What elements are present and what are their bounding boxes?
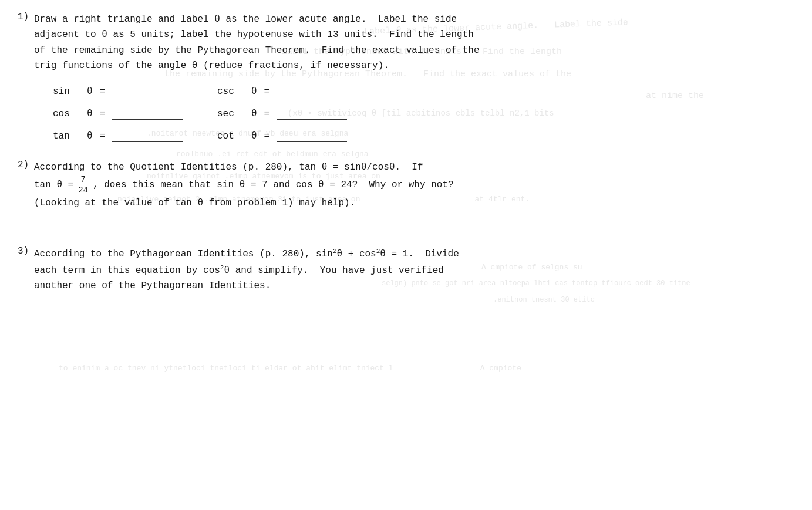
problem-2-number: 2) [18, 160, 34, 170]
csc-theta: θ [251, 86, 257, 97]
cos-row: cos θ = [53, 108, 217, 120]
problem-2-header: 2) According to the Quotient Identities … [18, 160, 794, 211]
problem-1-number: 1) [18, 12, 34, 22]
problem-3-line-3: another one of the Pythagorean Identitie… [34, 278, 794, 293]
tan-label: tan [53, 131, 83, 141]
problem-1-text: Draw a right triangle and label θ as the… [34, 12, 794, 74]
p2-tan-theta: tan θ = [34, 177, 73, 192]
problem-1-header: 1) Draw a right triangle and label θ as … [18, 12, 794, 74]
p2-question: , does this mean that sin θ = 7 and cos … [93, 177, 454, 192]
problem-1-line-1: Draw a right triangle and label θ as the… [34, 12, 794, 27]
sec-theta: θ [251, 109, 257, 119]
csc-answer-line [277, 86, 347, 97]
csc-row: csc θ = [217, 86, 382, 97]
sin-answer-line [112, 86, 183, 97]
cot-equals: = [264, 131, 270, 141]
sin-row: sin θ = [53, 86, 217, 97]
problem-2-line-1: According to the Quotient Identities (p.… [34, 160, 794, 175]
fraction-numerator: 7 [79, 175, 86, 185]
sin-equals: = [100, 86, 106, 97]
csc-equals: = [264, 86, 270, 97]
csc-label: csc [217, 86, 248, 97]
problem-2-line-2: tan θ = 7 24 , does this mean that sin θ… [34, 175, 794, 195]
sec-row: sec θ = [217, 108, 382, 120]
fraction-denominator: 24 [77, 185, 89, 195]
problem-1-line-4: trig functions of the angle θ (reduce fr… [34, 58, 794, 73]
sec-answer-line [277, 108, 347, 120]
cos-theta: θ [87, 109, 93, 119]
tan-equals: = [100, 131, 106, 141]
tan-theta: θ [87, 131, 93, 141]
problem-3: 3) According to the Pythagorean Identiti… [18, 246, 794, 294]
cot-row: cot θ = [217, 130, 382, 142]
sec-equals: = [264, 109, 270, 119]
sin-label: sin [53, 86, 83, 97]
cot-theta: θ [251, 131, 257, 141]
problem-2-line-3: (Looking at the value of tan θ from prob… [34, 195, 794, 211]
cos-label: cos [53, 109, 83, 119]
trig-functions-table: sin θ = csc θ = cos θ = sec θ = [53, 86, 794, 142]
problem-3-header: 3) According to the Pythagorean Identiti… [18, 246, 794, 294]
main-content: 1) Draw a right triangle and label θ as … [18, 12, 794, 294]
cot-label: cot [217, 131, 248, 141]
problem-1-line-3: of the remaining side by the Pythagorean… [34, 43, 794, 58]
cot-answer-line [277, 130, 347, 142]
fraction-7-24: 7 24 [77, 175, 89, 195]
sec-label: sec [217, 109, 248, 119]
tan-answer-line [112, 130, 183, 142]
problem-2: 2) According to the Quotient Identities … [18, 160, 794, 211]
problem-3-line-1: According to the Pythagorean Identities … [34, 246, 794, 262]
problem-3-line-2: each term in this equation by cos2θ and … [34, 262, 794, 279]
sin-theta: θ [87, 86, 93, 97]
problem-2-text: According to the Quotient Identities (p.… [34, 160, 794, 211]
cos-answer-line [112, 108, 183, 120]
cos-equals: = [100, 109, 106, 119]
problem-1-line-2: adjacent to θ as 5 units; label the hypo… [34, 27, 794, 42]
problem-1: 1) Draw a right triangle and label θ as … [18, 12, 794, 142]
tan-row: tan θ = [53, 130, 217, 142]
problem-3-number: 3) [18, 246, 34, 256]
problem-3-text: According to the Pythagorean Identities … [34, 246, 794, 294]
